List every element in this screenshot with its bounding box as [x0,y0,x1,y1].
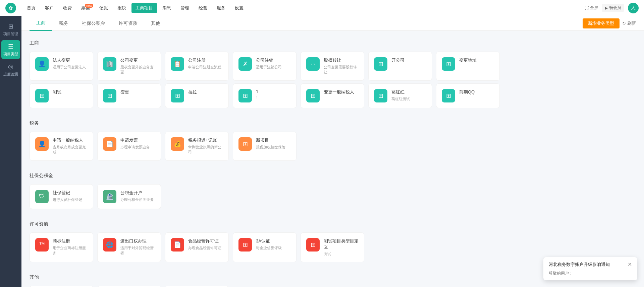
card-shenqing-fapiao[interactable]: 📄 申请发票 办理申请发票业务 [97,132,161,161]
notification-title: 河北税务数字账户升级影响通知 [549,262,610,268]
card-1[interactable]: ⊞ 1 1 [233,83,297,108]
nav-item-service[interactable]: 服务 [213,3,229,13]
sidebar-item-project-type[interactable]: ☰ 项目类型 [1,40,20,59]
card-haha[interactable]: ⊞ 哈哈 [30,286,93,287]
card-gjj-kaihu[interactable]: 🏦 公积金开户 办理公积金相关业务 [97,184,161,209]
card-3a-renzheng[interactable]: ⊞ 3A认证 对企业信誉评级 [233,232,297,262]
card-shebao-dengji[interactable]: 🛡 社保登记 进行人员社保登记 [30,184,93,209]
tab-qita[interactable]: 其他 [144,16,167,31]
notification-popup: 河北税务数字账户升级影响通知 ✕ 尊敬的用户： [543,257,637,280]
sidebar-item-project-manage[interactable]: ⊞ 项目管理 [1,20,20,39]
tab-xuke[interactable]: 许可资质 [112,16,144,31]
section-title-xuke: 许可资质 [30,221,636,227]
member-button[interactable]: ▶ 畅会员 [602,4,624,12]
member-label: 畅会员 [609,5,621,11]
card-title: 公司注册 [188,57,223,63]
card-icon: 👤 [35,57,49,71]
tab-shuiwu[interactable]: 税务 [52,16,75,31]
sidebar-item-progress[interactable]: ◎ 进度监测 [1,60,20,79]
card-title: 葛红红 [391,89,426,95]
card-shangbiao-zhuce[interactable]: ™ 商标注册 用于企业商标注册服务 [30,232,93,262]
fullscreen-icon: ⛶ [585,6,589,10]
card-icon: ✗ [238,57,252,71]
card-title: 公司变更 [120,57,155,63]
card-icon: 📋 [171,57,184,71]
card-icon: ⊞ [238,238,252,252]
card-ceshi-xuke[interactable]: ⊞ 测试项目类型目定义 测试 [301,232,364,262]
card-desc: 对企业信誉评级 [256,245,291,250]
nav-item-tax[interactable]: 报税 [113,3,130,13]
card-ceshi[interactable]: ⊞ 测试 [30,83,93,108]
card-icon: 📄 [103,137,116,151]
nav-item-client[interactable]: 客户 [41,3,58,13]
card-desc: 办理食品经营许可证 [188,245,223,250]
card-title: 股权转让 [324,57,359,63]
card-liucong-ceshi[interactable]: ⊞ 刘聪测试 测试 [97,286,161,287]
tab-gongshang[interactable]: 工商 [30,16,52,31]
card-icon: ⊞ [306,89,320,102]
card-biangeng-nashui[interactable]: ⊞ 变更一般纳税人 [301,83,364,108]
nav-item-home[interactable]: 首页 [23,3,40,13]
nav-item-manage[interactable]: 管理 [176,3,193,13]
card-icon: ⊞ [103,89,116,102]
nav-menu: 首页 客户 收费 票据new 记账 报税 工商项目 消息 管理 经营 服务 设置 [23,3,585,13]
nav-item-fee[interactable]: 收费 [59,3,76,13]
nav-item-ticket[interactable]: 票据new [77,3,94,13]
nav-item-operation[interactable]: 经营 [195,3,211,13]
fullscreen-button[interactable]: ⛶ 全屏 [585,5,598,11]
card-icon: ⊞ [238,137,252,151]
card-faziren-biangeng[interactable]: 👤 法人变更 适用于公司变更法人 [30,52,93,81]
card-title: 法人变更 [53,57,88,63]
refresh-button[interactable]: ↻ 刷新 [622,20,636,26]
tab-actions: 新增业务类型 ↻ 刷新 [583,18,636,28]
add-business-type-button[interactable]: 新增业务类型 [583,18,620,28]
card-gongsi-biangeng[interactable]: 🏢 公司变更 股权变更外的业务变更 [97,52,161,81]
nav-item-bookkeeping[interactable]: 记账 [95,3,112,13]
card-qianqi-qq[interactable]: ⊞ 前期QQ [436,83,500,108]
tab-bar: 工商 税务 社保公积金 许可资质 其他 新增业务类型 ↻ 刷新 [21,16,644,31]
notification-close-button[interactable]: ✕ [628,261,632,268]
nav-item-message[interactable]: 消息 [158,3,175,13]
tab-shebao[interactable]: 社保公积金 [75,16,112,31]
logo[interactable]: ✿ [5,3,16,13]
card-gongsi-zhuxiao[interactable]: ✗ 公司注销 适用于注销公司 [233,52,297,81]
nav-item-bizproject[interactable]: 工商项目 [131,3,157,13]
card-desc: 用于企业商标注册服务 [53,245,88,256]
card-title: 变更地址 [459,57,494,63]
card-icon: ⊞ [35,89,49,102]
sidebar-item-label: 项目管理 [3,31,18,37]
card-xin-xiangmu[interactable]: ⊞ 新项目 报税加税控盘保管 [233,132,297,161]
card-guquan-zhuanrang[interactable]: ↔ 股权转让 公司变更需要股权转让 [301,52,364,81]
card-21[interactable]: ⊞ 21 1 [165,286,229,287]
card-desc: 1 [256,95,291,100]
card-title: 前期QQ [459,89,494,95]
sidebar: ⊞ 项目管理 ☰ 项目类型 ◎ 进度监测 [0,16,21,287]
member-icon: ▶ [605,6,608,10]
card-biangeng[interactable]: ⊞ 变更 [97,83,161,108]
nav-item-settings[interactable]: 设置 [231,3,248,13]
card-title: 开公司 [391,57,426,63]
section-title-shuiwu: 税务 [30,120,636,126]
card-title: 公积金开户 [120,190,155,196]
card-biangeng-dizhi[interactable]: ⊞ 变更地址 [436,52,500,81]
card-lala[interactable]: ⊞ 拉拉 [165,83,229,108]
card-title: 申请发票 [120,137,155,143]
card-title: 拉拉 [188,89,223,95]
card-jinchuko-banli[interactable]: 🌐 进出口权办理 适用于对外贸易经营者 [97,232,161,262]
notification-text: 尊敬的用户： [549,270,632,276]
card-shipin-xuke[interactable]: 📄 食品经营许可证 办理食品经营许可证 [165,232,229,262]
card-gongsi-zhuce[interactable]: 📋 公司注册 申请公司注册全流程 [165,52,229,81]
card-desc: 公司变更需要股权转让 [324,65,359,75]
cards-grid-shebao: 🛡 社保登记 进行人员社保登记 🏦 公积金开户 办理公积金相关业务 [30,184,636,209]
avatar[interactable]: 人 [628,3,639,13]
card-gehonghong[interactable]: ⊞ 葛红红 葛红红测试 [368,83,432,108]
card-title: 变更一般纳税人 [324,89,359,95]
card-icon: ⊞ [442,89,455,102]
card-shenqing-nashui[interactable]: 👤 申请一般纳税人 当月或次月成变更完成 [30,132,93,161]
card-desc: 测试 [324,252,359,257]
card-desc: 办理申请发票业务 [120,145,155,150]
card-kai-gongsi[interactable]: ⊞ 开公司 [368,52,432,81]
card-desc: 报税加税控盘保管 [256,145,291,150]
card-desc: 进行人员社保登记 [53,197,88,202]
card-shuiwu-baodao[interactable]: 💰 税务报道+记账 拿到营业执照的新公司 [165,132,229,161]
